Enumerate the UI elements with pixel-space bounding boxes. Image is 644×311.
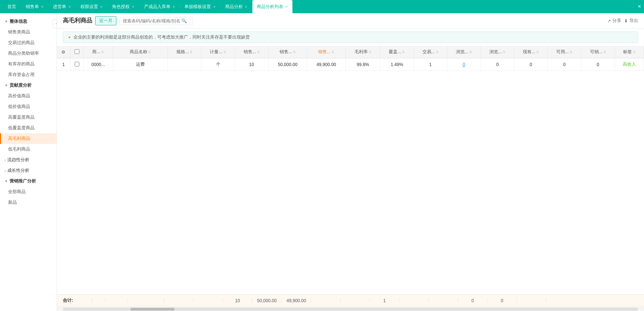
sidebar-item-all-products[interactable]: 全部商品 bbox=[0, 187, 57, 197]
footer-sales-qty: 10 bbox=[223, 298, 252, 303]
footer-gross-rate bbox=[311, 298, 341, 303]
sidebar-group-marketing[interactable]: ▼ 营销推广分析 bbox=[0, 176, 57, 187]
scrollbar-thumb[interactable] bbox=[130, 308, 175, 311]
filter-btn-recent-month[interactable]: 近一月 bbox=[95, 16, 116, 25]
sidebar-group-contribution[interactable]: ▼ 贡献度分析 bbox=[0, 80, 57, 91]
row-checkbox[interactable] bbox=[70, 58, 83, 71]
share-icon: ↗ bbox=[607, 18, 611, 23]
col-sellable[interactable]: 可销...⇅ bbox=[581, 46, 615, 58]
col-sales-amt2[interactable]: 销售...⇅ bbox=[307, 46, 345, 58]
col-stock[interactable]: 现有...⇅ bbox=[514, 46, 548, 58]
nav-template[interactable]: 单据模板设置 × bbox=[180, 0, 220, 13]
col-available[interactable]: 可用...⇅ bbox=[548, 46, 581, 58]
col-transactions[interactable]: 交易...⇅ bbox=[414, 46, 447, 58]
col-unit[interactable]: 计量...⇅ bbox=[201, 46, 235, 58]
sidebar-item-low-coverage[interactable]: 低覆盖度商品 bbox=[0, 123, 57, 133]
sidebar-collapse-btn[interactable]: « bbox=[53, 19, 57, 28]
arrow-overall: ▼ bbox=[4, 19, 8, 23]
sidebar-item-stock-capital[interactable]: 库存资金占用 bbox=[0, 69, 57, 80]
nav-product-analysis-list[interactable]: 商品分析列表 × bbox=[252, 0, 292, 13]
sidebar-item-high-value[interactable]: 高价值商品 bbox=[0, 91, 57, 101]
sidebar-item-low-value[interactable]: 低价值商品 bbox=[0, 101, 57, 112]
search-input[interactable] bbox=[123, 18, 181, 23]
nav-role[interactable]: 角色授权 × bbox=[108, 0, 138, 13]
col-browse2[interactable]: 浏览...⇅ bbox=[481, 46, 514, 58]
footer-cell-spec bbox=[164, 298, 194, 303]
col-gross-rate[interactable]: 毛利率⇅ bbox=[346, 46, 380, 58]
footer-cell-empty2 bbox=[92, 298, 105, 303]
footer-coverage bbox=[341, 298, 370, 303]
col-browse1[interactable]: 浏览...⇅ bbox=[447, 46, 481, 58]
col-settings[interactable]: ⚙ bbox=[57, 46, 70, 58]
sidebar-group-growth[interactable]: › 成长性分析 bbox=[0, 165, 57, 176]
col-sales-amt[interactable]: 销售...⇅ bbox=[268, 46, 307, 58]
close-product-analysis[interactable]: × bbox=[245, 4, 247, 9]
col-checkbox[interactable] bbox=[70, 46, 83, 58]
search-box: 🔍 bbox=[119, 17, 193, 25]
row-code: 0000... bbox=[83, 58, 113, 71]
row-browse2: 0 bbox=[481, 58, 514, 71]
row-sales-qty: 10 bbox=[235, 58, 268, 71]
close-permission[interactable]: × bbox=[100, 4, 102, 9]
sidebar-item-low-margin[interactable]: 低毛利商品 bbox=[0, 144, 57, 155]
close-product-inbound[interactable]: × bbox=[173, 4, 175, 9]
table-row: 1 0000... 运费 个 10 50,000.00 49,900.00 99… bbox=[57, 58, 644, 71]
sidebar-item-stocked-products[interactable]: 有库存的商品 bbox=[0, 59, 57, 69]
row-spec bbox=[168, 58, 201, 71]
nav-purchase-order[interactable]: 进货单 × bbox=[48, 0, 75, 13]
row-gross-rate: 99.8% bbox=[346, 58, 380, 71]
sidebar-item-high-coverage[interactable]: 高覆盖度商品 bbox=[0, 112, 57, 123]
close-purchase-order[interactable]: × bbox=[68, 4, 71, 9]
footer-cells: 10 50,000.00 49,900.00 1 0 0 bbox=[79, 298, 638, 303]
col-name[interactable]: 商品名称⇅ bbox=[113, 46, 168, 58]
search-icon[interactable]: 🔍 bbox=[181, 18, 187, 23]
row-select-checkbox[interactable] bbox=[75, 62, 79, 66]
nav-product-inbound[interactable]: 产成品入库单 × bbox=[140, 0, 179, 13]
close-template[interactable]: × bbox=[213, 4, 215, 9]
col-tag[interactable]: 标签⇅ bbox=[615, 46, 644, 58]
footer-stock: 0 bbox=[458, 298, 488, 303]
share-btn[interactable]: ↗ 分享 bbox=[607, 18, 621, 24]
sidebar-item-traded-products[interactable]: 交易过的商品 bbox=[0, 37, 57, 48]
arrow-marketing: ▼ bbox=[4, 179, 8, 183]
export-btn[interactable]: ⬇ 导出 bbox=[624, 18, 638, 24]
nav-home[interactable]: 首页 bbox=[3, 0, 21, 13]
scrollbar-track bbox=[63, 308, 638, 311]
select-all-checkbox[interactable] bbox=[75, 49, 79, 54]
footer-sales-amt2: 49,900.00 bbox=[282, 298, 311, 303]
row-sales-amt: 50,000.00 bbox=[268, 58, 307, 71]
row-tag: 高收入 bbox=[615, 58, 644, 71]
sidebar-item-category-rate[interactable]: 商品分类助销率 bbox=[0, 48, 57, 59]
footer-browse2 bbox=[429, 298, 458, 303]
col-sales-qty[interactable]: 销售...⇅ bbox=[235, 46, 268, 58]
footer-cell-empty1 bbox=[79, 298, 92, 303]
row-browse1[interactable]: 0 bbox=[447, 58, 481, 71]
row-unit: 个 bbox=[201, 58, 235, 71]
nav-permission[interactable]: 权限设置 × bbox=[76, 0, 107, 13]
nav-sales-order[interactable]: 销售单 × bbox=[21, 0, 48, 13]
footer-cell-empty3 bbox=[105, 298, 127, 303]
close-role[interactable]: × bbox=[132, 4, 134, 9]
sidebar-item-new-products[interactable]: 新品 bbox=[0, 197, 57, 208]
col-coverage[interactable]: 覆盖...⇅ bbox=[380, 46, 414, 58]
row-sales-amt2: 49,900.00 bbox=[307, 58, 345, 71]
row-name: 运费 bbox=[113, 58, 168, 71]
nav-product-analysis[interactable]: 商品分析 × bbox=[221, 0, 252, 13]
sidebar-item-high-margin[interactable]: 高毛利商品 bbox=[0, 133, 57, 144]
close-product-analysis-list[interactable]: × bbox=[285, 4, 288, 9]
footer-cell-name bbox=[127, 298, 164, 303]
window-close-btn[interactable]: × bbox=[638, 3, 641, 10]
footer-label: 合计: bbox=[63, 297, 73, 304]
row-available: 0 bbox=[548, 58, 581, 71]
sidebar-group-trend[interactable]: › 流趋性分析 bbox=[0, 155, 57, 165]
close-sales-order[interactable]: × bbox=[41, 4, 43, 9]
content-area: 高毛利商品 近一月 🔍 ↗ 分享 ⬇ 导出 ✦ 企业的主要的利润都是这部分商品创… bbox=[57, 13, 644, 311]
col-code[interactable]: 商...⇅ bbox=[83, 46, 113, 58]
table-header-row: ⚙ 商...⇅ 商品名称⇅ 规格...⇅ 计量...⇅ 销售...⇅ 销售...… bbox=[57, 46, 644, 58]
sidebar-group-overall[interactable]: ▼ 整体信息 bbox=[0, 16, 57, 27]
row-stock: 0 bbox=[514, 58, 548, 71]
col-spec[interactable]: 规格...⇅ bbox=[168, 46, 201, 58]
arrow-contribution: ▼ bbox=[4, 83, 8, 87]
main-layout: « ▼ 整体信息 销售类商品 交易过的商品 商品分类助销率 有库存的商品 库存资… bbox=[0, 13, 644, 311]
sidebar-item-sales-products[interactable]: 销售类商品 bbox=[0, 27, 57, 37]
